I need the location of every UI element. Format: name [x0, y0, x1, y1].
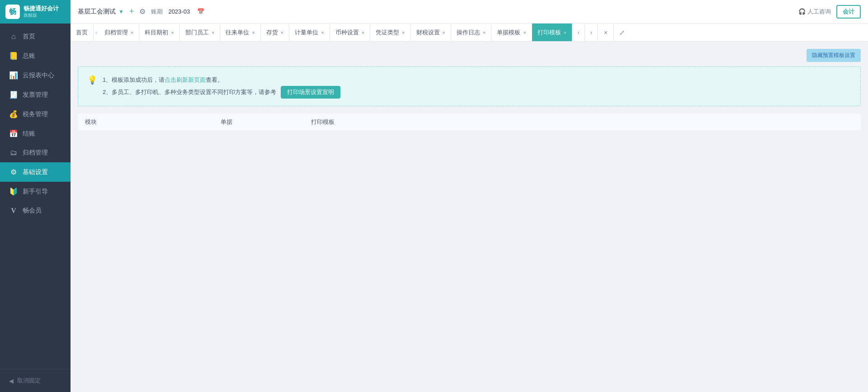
sidebar-item-tax[interactable]: 💰 税务管理: [0, 104, 71, 124]
info-line1-suffix: 查看。: [206, 76, 223, 83]
sidebar: 畅 畅捷通好会计 旗舰版 ⌂ 首页 📒 总账 📊 云报表中心 🧾 发票管理 💰 …: [0, 0, 71, 392]
sidebar-item-label: 发票管理: [23, 91, 48, 99]
data-table: 模块 单据 打印模板: [78, 113, 861, 131]
tab-print-template[interactable]: 打印模板 ×: [532, 24, 572, 42]
tabs-bar: 首页 ‹ 归档管理 × 科目期初 × 部门员工 × 往来单位 × 存货 × 计量…: [71, 24, 868, 42]
calendar-icon[interactable]: 📅: [197, 8, 204, 15]
tab-next-button[interactable]: ›: [585, 24, 598, 42]
settings-icon: ⚙: [9, 168, 18, 176]
unpin-button[interactable]: ◀ 取消固定: [0, 369, 71, 392]
table-header: 模块 单据 打印模板: [78, 113, 861, 131]
sidebar-menu: ⌂ 首页 📒 总账 📊 云报表中心 🧾 发票管理 💰 税务管理 📅 结账 🗂 归…: [0, 24, 71, 369]
sidebar-item-home[interactable]: ⌂ 首页: [0, 27, 71, 46]
unpin-label: 取消固定: [17, 377, 41, 385]
tab-prev-button[interactable]: ‹: [572, 24, 585, 42]
sidebar-item-member[interactable]: V 畅会员: [0, 201, 71, 220]
guide-icon: 🔰: [9, 187, 18, 196]
add-company-button[interactable]: +: [129, 7, 134, 16]
tab-currency[interactable]: 币种设置 ×: [330, 24, 370, 42]
sidebar-item-ledger[interactable]: 📒 总账: [0, 46, 71, 66]
topbar-right: 🎧 人工咨询 会计: [798, 5, 861, 19]
invoice-icon: 🧾: [9, 90, 18, 99]
sidebar-item-invoice[interactable]: 🧾 发票管理: [0, 85, 71, 104]
tab-expand-button[interactable]: ⤢: [614, 24, 630, 42]
column-module: 模块: [85, 118, 221, 126]
content-area: 隐藏预置模板设置 💡 1、模板添加成功后，请点击刷新新页面查看。 2、多员工、多…: [71, 42, 868, 392]
hide-preview-template-button[interactable]: 隐藏预置模板设置: [807, 49, 861, 62]
home-icon: ⌂: [9, 33, 18, 41]
column-single: 单据: [221, 118, 311, 126]
print-scene-button[interactable]: 打印场景设置宣明: [281, 86, 340, 99]
sidebar-item-settings[interactable]: ⚙ 基础设置: [0, 162, 71, 182]
logo-icon: 畅: [5, 5, 20, 19]
tab-close-counterparty[interactable]: ×: [252, 30, 255, 35]
tab-dept-staff[interactable]: 部门员工 ×: [180, 24, 220, 42]
sidebar-item-label: 结账: [23, 130, 35, 138]
tab-close-dept-staff[interactable]: ×: [212, 30, 214, 35]
tab-measure-unit[interactable]: 计量单位 ×: [289, 24, 330, 42]
tab-voucher-type[interactable]: 凭证类型 ×: [370, 24, 410, 42]
refresh-link[interactable]: 点击刷新新页面: [165, 76, 206, 83]
logo-area: 畅 畅捷通好会计 旗舰版: [0, 0, 71, 24]
sidebar-item-guide[interactable]: 🔰 新手引导: [0, 182, 71, 201]
tab-close-tax-settings[interactable]: ×: [443, 30, 445, 35]
tab-close-single-form[interactable]: ×: [523, 30, 526, 35]
tax-icon: 💰: [9, 110, 18, 118]
headset-icon: 🎧: [798, 8, 806, 15]
service-button[interactable]: 🎧 人工咨询: [798, 8, 831, 16]
tab-close-operation-log[interactable]: ×: [483, 30, 486, 35]
tab-close-currency[interactable]: ×: [362, 30, 364, 35]
sidebar-item-label: 税务管理: [23, 110, 48, 118]
tab-close-print-template[interactable]: ×: [564, 30, 566, 35]
tab-close-voucher-type[interactable]: ×: [402, 30, 405, 35]
info-text-content: 1、模板添加成功后，请点击刷新新页面查看。 2、多员工、多打印机、多种业务类型设…: [103, 74, 340, 99]
tab-tax-settings[interactable]: 财税设置 ×: [411, 24, 451, 42]
tab-close-all-button[interactable]: ×: [598, 24, 614, 42]
reports-icon: 📊: [9, 71, 18, 80]
tab-operation-log[interactable]: 操作日志 ×: [451, 24, 491, 42]
logo-subtitle: 旗舰版: [24, 12, 59, 19]
tab-nav-breadcrumb[interactable]: ‹: [94, 29, 99, 36]
sidebar-item-label: 畅会员: [23, 207, 42, 215]
tab-home[interactable]: 首页: [71, 24, 94, 42]
kuaiji-button[interactable]: 会计: [836, 5, 861, 19]
tab-subject-init[interactable]: 科目期初 ×: [139, 24, 179, 42]
tab-close-measure-unit[interactable]: ×: [321, 30, 324, 35]
sidebar-item-label: 云报表中心: [23, 71, 54, 80]
tab-inventory[interactable]: 存货 ×: [261, 24, 289, 42]
topbar: 基层工会测试 ▼ + ⚙ 账期 2023-03 📅 🎧 人工咨询 会计: [71, 0, 868, 24]
ledger-icon: 📒: [9, 52, 18, 60]
member-icon: V: [9, 207, 18, 215]
sidebar-item-closing[interactable]: 📅 结账: [0, 124, 71, 143]
tab-close-archive-mgmt[interactable]: ×: [131, 30, 133, 35]
logo-title: 畅捷通好会计: [24, 5, 59, 12]
tab-close-inventory[interactable]: ×: [281, 30, 283, 35]
company-settings-icon[interactable]: ⚙: [139, 7, 146, 16]
unpin-icon: ◀: [9, 378, 14, 384]
bulb-icon: 💡: [87, 75, 97, 85]
period-label: 账期: [151, 8, 163, 16]
info-box: 💡 1、模板添加成功后，请点击刷新新页面查看。 2、多员工、多打印机、多种业务类…: [78, 66, 861, 106]
period-value: 2023-03: [168, 8, 190, 15]
info-line1-prefix: 1、模板添加成功后，请: [103, 76, 165, 83]
service-label: 人工咨询: [807, 8, 831, 16]
sidebar-item-label: 新手引导: [23, 188, 48, 196]
column-template: 打印模板: [311, 118, 854, 126]
closing-icon: 📅: [9, 129, 18, 138]
tab-counterparty[interactable]: 往来单位 ×: [220, 24, 260, 42]
sidebar-item-reports[interactable]: 📊 云报表中心: [0, 66, 71, 85]
tab-close-subject-init[interactable]: ×: [171, 30, 174, 35]
tab-archive-mgmt[interactable]: 归档管理 ×: [99, 24, 139, 42]
sidebar-item-label: 总账: [23, 52, 35, 60]
company-name: 基层工会测试: [78, 8, 116, 16]
info-line2-prefix: 2、多员工、多打印机、多种业务类型设置不同打印方案等，请参考: [103, 89, 276, 95]
archive-icon: 🗂: [9, 149, 18, 157]
tab-single-form[interactable]: 单据模板 ×: [491, 24, 532, 42]
sidebar-item-label: 基础设置: [23, 168, 48, 176]
company-selector[interactable]: 基层工会测试 ▼: [78, 8, 124, 16]
sidebar-item-label: 归档管理: [23, 149, 48, 157]
company-dropdown-icon: ▼: [118, 9, 124, 15]
sidebar-item-archive[interactable]: 🗂 归档管理: [0, 143, 71, 162]
kuaiji-label: 会计: [843, 8, 854, 15]
main-area: 基层工会测试 ▼ + ⚙ 账期 2023-03 📅 🎧 人工咨询 会计 首页 ‹…: [71, 0, 868, 392]
